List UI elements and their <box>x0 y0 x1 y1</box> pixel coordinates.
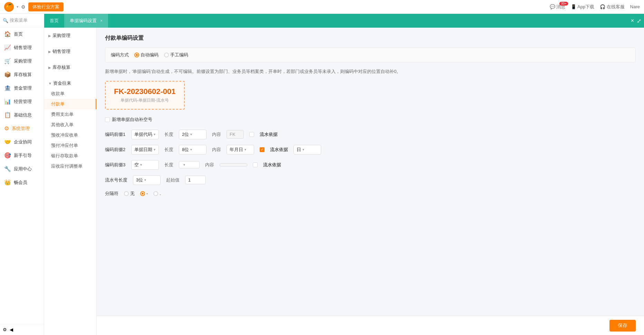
group-sales-header[interactable]: ▶ 销售管理 <box>44 46 96 57</box>
auto-fill-row: 新增单据自动补空号 <box>105 117 636 123</box>
length-select-1-arrow: ▾ <box>190 132 192 136</box>
top-bar: 🍊 ▾ ⚙ 体验行业方案 💬 消息 99+ 📱 App下载 🎧 在线客服 Nar… <box>0 0 644 14</box>
encoding-method-bar: 编码方式 自动编码 手工编码 <box>105 47 636 63</box>
prefix-select-3[interactable]: 空 ▾ <box>131 160 159 170</box>
online-service[interactable]: 🎧 在线客服 <box>600 4 625 10</box>
auto-encode-option[interactable]: 自动编码 <box>134 52 158 58</box>
prefix-label-2: 编码前缀2 <box>105 147 126 153</box>
sidebar-item-operations[interactable]: 📊 经营管理 <box>0 95 44 108</box>
sep-none[interactable]: 无 <box>124 190 135 197</box>
sidebar-item-finance[interactable]: 🏦 资金管理 <box>0 81 44 95</box>
serial-unit-arrow-2: ▾ <box>302 148 304 151</box>
tab-current[interactable]: 单据编码设置 × <box>64 14 108 28</box>
nav-dropdown-arrow[interactable]: ▾ <box>17 5 18 9</box>
sidebar-item-home[interactable]: 🏠 首页 <box>0 27 44 41</box>
sidebar-item-receipt[interactable]: 收款单 <box>44 89 96 99</box>
footer-bar: 保存 <box>97 316 644 335</box>
length-select-1[interactable]: 2位 ▾ <box>179 130 206 139</box>
length-select-2-arrow: ▾ <box>190 148 192 151</box>
length-label-3: 长度 <box>164 162 173 168</box>
prefix-select-1[interactable]: 单据代码 ▾ <box>131 130 159 139</box>
sep-dot[interactable]: . <box>153 191 161 196</box>
tab-close-icon[interactable]: × <box>100 18 103 23</box>
preview-code: FK-20230602-001 <box>114 87 176 96</box>
save-button[interactable]: 保存 <box>609 320 636 332</box>
app-logo: 🍊 <box>4 2 14 12</box>
serial-checkbox-1[interactable] <box>249 132 254 137</box>
content-select-2-arrow: ▾ <box>244 148 246 151</box>
sidebar-item-other-income[interactable]: 其他收入单 <box>44 120 96 130</box>
sidebar-item-inventory[interactable]: 📦 库存核算 <box>0 68 44 81</box>
apps-icon: 🔧 <box>4 166 11 172</box>
manual-encode-radio[interactable] <box>164 53 169 57</box>
tab-close-all-icon[interactable]: × <box>631 18 634 24</box>
sidebar-settings-icon[interactable]: ⚙ <box>3 327 7 332</box>
content-select-2[interactable]: 年月日 ▾ <box>227 145 254 155</box>
sidebar-collapse-icon[interactable]: ◀ <box>10 327 13 332</box>
trial-button[interactable]: 体验行业方案 <box>28 2 64 11</box>
app-download[interactable]: 📱 App下载 <box>571 4 594 10</box>
second-sidebar: ▶ 采购管理 ▶ 销售管理 ▶ 库存核算 <box>44 28 97 335</box>
auto-fill-checkbox[interactable] <box>105 117 110 122</box>
encoding-radio-group: 自动编码 手工编码 <box>134 52 188 58</box>
sidebar-item-advance-payment[interactable]: 预付冲应付单 <box>44 140 96 151</box>
sidebar-item-payment[interactable]: 付款单 <box>44 99 96 109</box>
user-name[interactable]: Nare <box>630 4 640 9</box>
sidebar-item-expense[interactable]: 费用支出单 <box>44 109 96 120</box>
manual-encode-option[interactable]: 手工编码 <box>164 52 188 58</box>
left-sidebar: 🔍 搜索菜单 🏠 首页 📈 销售管理 🛒 采购管理 📦 库存核算 🏦 资金管理 … <box>0 14 44 335</box>
prefix-label-1: 编码前缀1 <box>105 131 126 138</box>
prefix-select-2[interactable]: 单据日期 ▾ <box>131 145 159 155</box>
prefix-select-2-arrow: ▾ <box>154 148 155 151</box>
sidebar-item-enterprise[interactable]: 🤝 企业协同 <box>0 135 44 149</box>
sidebar-item-advance-receipt[interactable]: 预收冲应收单 <box>44 130 96 140</box>
group-sales: ▶ 销售管理 <box>44 44 96 59</box>
purchase-icon: 🛒 <box>4 58 11 64</box>
preview-box: FK-20230602-001 单据代码-单据日期-流水号 <box>105 81 185 110</box>
serial-length-select[interactable]: 3位 ▾ <box>133 175 161 185</box>
encoding-method-label: 编码方式 <box>111 52 129 58</box>
sep-dot-radio[interactable] <box>153 191 158 196</box>
auto-encode-radio[interactable] <box>134 53 139 57</box>
main-layout: 🔍 搜索菜单 🏠 首页 📈 销售管理 🛒 采购管理 📦 库存核算 🏦 资金管理 … <box>0 14 644 335</box>
sidebar-item-sales[interactable]: 📈 销售管理 <box>0 41 44 54</box>
sidebar-item-member[interactable]: 👑 畅会员 <box>0 176 44 189</box>
guide-icon: 🎯 <box>4 152 11 159</box>
content-label-2: 内容 <box>212 147 221 153</box>
serial-checkbox-3[interactable] <box>253 162 258 167</box>
length-label-2: 长度 <box>164 147 173 153</box>
sidebar-item-apps[interactable]: 🔧 应用中心 <box>0 162 44 176</box>
separator-label: 分隔符 <box>105 190 118 197</box>
serial-checkbox-2[interactable]: ✓ <box>260 147 265 152</box>
search-menu[interactable]: 🔍 搜索菜单 <box>0 14 44 27</box>
sidebar-item-guide[interactable]: 🎯 新手引导 <box>0 149 44 162</box>
start-value-input[interactable]: 1 <box>185 176 206 184</box>
sidebar-bottom: ⚙ ◀ <box>0 324 44 335</box>
sep-dash[interactable]: - <box>140 191 148 196</box>
group-capital: ▼ 资金往来 收款单 付款单 费用支出单 其他收入单 预收冲应收单 预付冲应付单… <box>44 75 96 174</box>
sidebar-item-adjust[interactable]: 应收应付调整单 <box>44 161 96 171</box>
settings-icon[interactable]: ⚙ <box>21 4 26 10</box>
sidebar-item-purchase[interactable]: 🛒 采购管理 <box>0 54 44 68</box>
sidebar-item-basic-info[interactable]: 📋 基础信息 <box>0 108 44 122</box>
top-bar-right: 💬 消息 99+ 📱 App下载 🎧 在线客服 Nare <box>550 4 640 10</box>
tab-expand-icon[interactable]: ⤢ <box>637 18 641 24</box>
sep-dash-radio[interactable] <box>140 191 145 196</box>
stock-arrow-icon: ▶ <box>48 66 51 69</box>
sidebar-item-system[interactable]: ⚙ 系统管理 <box>0 122 44 135</box>
main-content: 付款单编码设置 编码方式 自动编码 手工编码 <box>97 28 644 316</box>
group-purchase-header[interactable]: ▶ 采购管理 <box>44 30 96 41</box>
length-select-3[interactable]: ▾ <box>179 161 200 168</box>
sep-none-radio[interactable] <box>124 191 129 196</box>
group-stock-header[interactable]: ▶ 库存核算 <box>44 62 96 73</box>
purchase-arrow-icon: ▶ <box>48 34 51 38</box>
serial-unit-select-2[interactable]: 日 ▾ <box>294 145 321 155</box>
content-label-3: 内容 <box>205 162 214 168</box>
prefix-select-1-arrow: ▾ <box>154 132 155 136</box>
tab-home[interactable]: 首页 <box>44 14 64 28</box>
length-select-2[interactable]: 8位 ▾ <box>179 145 206 155</box>
sidebar-item-bank[interactable]: 银行存取款单 <box>44 151 96 161</box>
serial-label-3: 流水依据 <box>263 162 281 168</box>
group-capital-header[interactable]: ▼ 资金往来 <box>44 78 96 89</box>
message-icon[interactable]: 💬 消息 99+ <box>550 4 566 10</box>
